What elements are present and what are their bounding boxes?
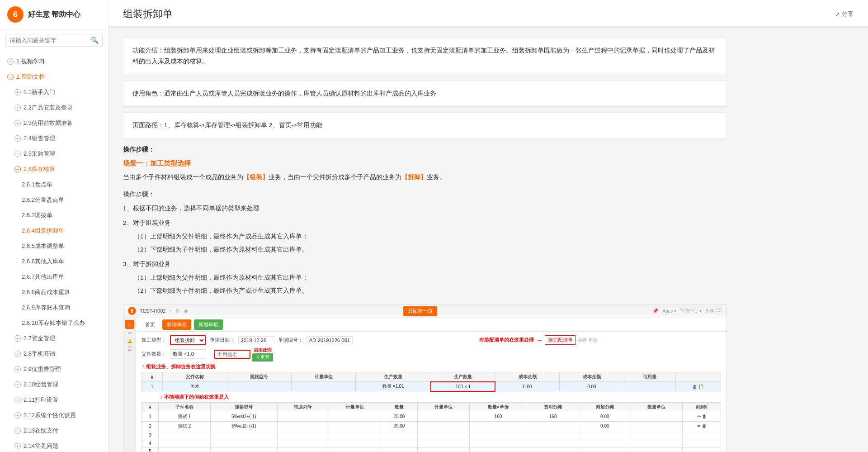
cell-cost2: 0.00 [560, 382, 624, 391]
cell-name: 测试 1 [159, 412, 211, 421]
cell-no: 2 [142, 421, 159, 431]
enable-btn[interactable]: 立更更 [252, 353, 273, 362]
sidebar-item-cost-calc[interactable]: 2.6.8商品成本重算 [0, 285, 108, 300]
sidebar-item-label: 2.6库存核算 [24, 165, 55, 173]
cell-cost: 160 [469, 412, 527, 421]
prev-page-btn[interactable]: 返回前一页 [403, 306, 437, 316]
intro-text: 功能介绍：组装拆卸单用来处理企业组装或拆卸等加工业务，支持有固定装配清单的产品加… [132, 45, 717, 67]
form-row-2: 父件数量： 数量 ×1.0 启用处理 立更更 [142, 347, 721, 362]
form-qty-label: 父件数量： [142, 351, 166, 357]
form-type-select[interactable]: 组装拆卸 [170, 335, 206, 345]
sidebar-item-inventory[interactable]: − 2.6库存核算 [0, 162, 108, 177]
sidebar-item-split-stocktake[interactable]: 2.6.2分量盘点单 [0, 192, 108, 208]
col-alloc: 费用分摊 [527, 402, 579, 412]
sidebar-item-stocktake[interactable]: 2.6.1盘点单 [0, 177, 108, 192]
cell-unit [329, 412, 381, 421]
highlight-disassembly: 【拆卸】 [401, 174, 427, 181]
cell-alloc [527, 421, 579, 431]
sidebar-item-video[interactable]: + 1.视频学习 [0, 54, 108, 69]
expand-icon: + [14, 151, 21, 157]
sidebar-item-faq[interactable]: + 2.14常见问题 [0, 438, 108, 452]
search-box[interactable]: 🔍 [5, 34, 103, 47]
sidebar-item-mobile[interactable]: + 2.8手机旺铺 [0, 346, 108, 362]
app-nav-icon1: ☰ [128, 332, 132, 336]
steps-title: 操作步骤： [123, 146, 727, 154]
col-cost2: 成本金额 [560, 372, 624, 382]
col-cost: 数量×单价 [469, 402, 527, 412]
cell-unit3 [631, 421, 683, 431]
save-btn[interactable]: 保存 [578, 337, 587, 343]
sidebar-header: 6 好生意 帮助中心 [0, 0, 108, 29]
search-input[interactable] [9, 37, 91, 44]
expand-icon: + [14, 428, 21, 434]
app-tab-new2[interactable]: 新增单据 [194, 319, 223, 330]
sidebar-item-payment[interactable]: + 2.13在线支付 [0, 423, 108, 438]
sidebar-item-purchase[interactable]: + 2.5采购管理 [0, 146, 108, 162]
step3-text: 3、对于拆卸业务 [123, 258, 727, 270]
step2-1-text: （1）上部明细为父件明细，最终作为产成品生成其它入库单； [123, 231, 727, 243]
col-aux: 辅助列号 [277, 402, 329, 412]
col-parent-spec: 规格型号 [227, 372, 291, 382]
sidebar-item-cost-adjust[interactable]: 2.6.5成本调整单 [0, 238, 108, 254]
approve-btn[interactable]: 审核 [589, 337, 598, 343]
sidebar-item-assembly[interactable]: 2.6.4组装拆卸单 [0, 223, 108, 238]
app-screenshot: 6 TEST-H002 ▾ ⚙ ◉ 返回前一页 📌 Apps ▾ 帮助中心 ▾ … [123, 305, 726, 452]
sidebar-item-ops[interactable]: + 2.10经营管理 [0, 377, 108, 392]
col-unit3: 数量单位 [631, 402, 683, 412]
col-parent-name: 父件名称 [163, 372, 227, 382]
sidebar-item-other-out[interactable]: 2.6.7其他出库单 [0, 269, 108, 285]
table-row: 2 测试 2 5%vat2+(-1) 30.00 [142, 421, 721, 431]
sidebar-item-label: 2.6.9库存账本查询 [22, 304, 70, 312]
expand-icon: + [14, 443, 21, 449]
col-available: 可用量 [624, 372, 675, 382]
cell-name: 关木 [163, 382, 227, 391]
sidebar-item-label: 2.6.6其他入库单 [22, 257, 64, 266]
col-unit: 计量单位 [291, 372, 355, 382]
sidebar-item-stock-check[interactable]: 2.6.9库存账本查询 [0, 300, 108, 315]
cell-no: 1 [142, 412, 159, 421]
sidebar-item-label: 2.6.10库存账本错了么办 [22, 319, 85, 327]
path-text: 页面路径：1、库存核算->库存管理->组装拆卸单 2、首页->常用功能 [132, 120, 717, 131]
annotation-top-text: 有装配清单的在这里处理 [479, 337, 534, 343]
col-unit2: 计量单位 [417, 402, 469, 412]
steps-label: 操作步骤： [123, 189, 727, 200]
highlight-assembly: 【组装】 [243, 174, 269, 181]
confirm-btn-box[interactable]: 选完配清单 [545, 335, 576, 345]
sidebar-item-label: 2.6.2分量盘点单 [22, 196, 64, 204]
scenario1-desc: 当由多个子件材料组装成一个成品的业务为【组装】业务，当由一个父件拆分成多个子产品… [123, 171, 727, 183]
expand-icon: + [14, 412, 21, 419]
app-tabs: 首页 新增单据 新增单据 [136, 318, 726, 332]
sidebar-item-newbie[interactable]: + 2.1新手入门 [0, 85, 108, 100]
sidebar-item-install[interactable]: + 2.2产品安装及登录 [0, 100, 108, 115]
cell-qty1: 数量 ×1.01 [356, 382, 431, 391]
sidebar-item-data-prep[interactable]: + 2.3使用前数据准备 [0, 115, 108, 131]
expand-icon: + [7, 58, 14, 65]
collapse-icon: − [14, 166, 21, 172]
share-button[interactable]: ↗ 分享 [835, 10, 854, 18]
common-name-input[interactable] [214, 350, 250, 359]
expand-icon: + [14, 89, 21, 95]
sidebar-item-other-in[interactable]: 2.6.6其他入库单 [0, 254, 108, 269]
sidebar-item-label: 2.1新手入门 [24, 88, 55, 96]
app-logo-small: 6 [128, 307, 136, 315]
sidebar-item-label: 2.6.3调拨单 [22, 211, 52, 219]
sidebar-item-coupon[interactable]: + 2.9优惠券管理 [0, 362, 108, 377]
common-input-area: 启用处理 立更更 [214, 347, 273, 362]
app-main: 首页 新增单据 新增单据 加工类型： 组装拆卸 [136, 318, 726, 452]
app-tab-new1[interactable]: 新增单据 [162, 319, 191, 330]
sidebar-item-adjust[interactable]: 2.6.3调拨单 [0, 208, 108, 223]
sidebar-item-cash[interactable]: + 2.7资金管理 [0, 331, 108, 346]
sidebar-item-custom[interactable]: + 2.12系统个性化设置 [0, 408, 108, 423]
cell-action: ✏ 🗑 [683, 421, 721, 431]
share-label: 分享 [842, 10, 854, 18]
expand-icon: + [14, 381, 21, 388]
sidebar-item-account-err[interactable]: 2.6.10库存账本错了么办 [0, 315, 108, 331]
step3-1-text: （1）上部明细为父件明细，最终作为原材料生成其它出库单； [123, 272, 727, 284]
sidebar-item-print[interactable]: + 2.11打印设置 [0, 392, 108, 408]
col-v: 到到V [683, 402, 721, 412]
app-tab-home[interactable]: 首页 [141, 319, 160, 330]
sidebar-item-docs[interactable]: − 2.帮助文档 [0, 69, 108, 85]
cell-extra: 0.00 [579, 421, 631, 431]
col-qty2: 生产数量 [431, 372, 495, 382]
sidebar-item-sales[interactable]: + 2.4销售管理 [0, 131, 108, 146]
